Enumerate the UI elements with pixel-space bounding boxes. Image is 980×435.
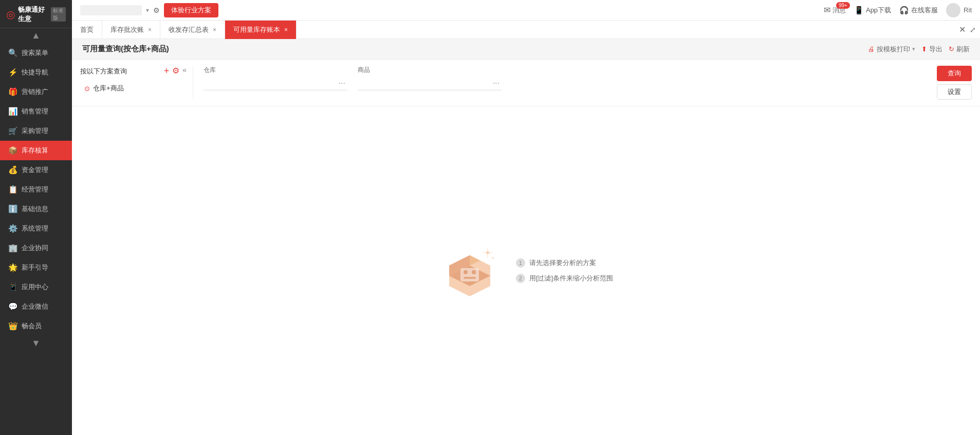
sidebar-item-operations[interactable]: 📋 经营管理: [0, 180, 72, 199]
sidebar-icon-enterprise: 🏢: [8, 243, 17, 253]
sidebar-label-inventory: 库存核算: [22, 146, 48, 155]
tab-close-receive-summary[interactable]: ×: [213, 27, 216, 33]
sidebar-label-newbie: 新手引导: [22, 263, 48, 272]
username: Rit: [964, 6, 972, 14]
tab-close-available-ledger[interactable]: ×: [284, 27, 288, 33]
notification-btn[interactable]: ✉ 消息 99+: [824, 5, 846, 15]
collapse-btn[interactable]: «: [182, 66, 187, 77]
avatar: [946, 3, 960, 17]
svg-point-5: [464, 270, 468, 274]
warehouse-input[interactable]: [204, 80, 337, 87]
tab-inventory-batch[interactable]: 库存批次账×: [102, 21, 160, 39]
empty-state: 1 请先选择要分析的方案 2 用[过滤]条件来缩小分析范围: [72, 106, 980, 435]
scheme-warehouse-goods[interactable]: ⊙ 仓库+商品: [80, 81, 187, 96]
export-icon: ⬆: [921, 45, 927, 53]
title-bar-actions: 🖨 按模板打印 ▾ ⬆ 导出 ↻ 刷新: [868, 45, 970, 54]
tab-receive-summary[interactable]: 收发存汇总表×: [160, 21, 225, 39]
dropdown-icon[interactable]: ▾: [146, 7, 149, 14]
scroll-up-btn[interactable]: ▲: [0, 28, 72, 43]
expand-btn[interactable]: ⤢: [970, 26, 976, 34]
gear-icon[interactable]: ⚙: [153, 6, 160, 14]
tab-available-ledger[interactable]: 可用量库存账本×: [225, 21, 297, 39]
sidebar-item-finance[interactable]: 💰 资金管理: [0, 160, 72, 180]
query-btn[interactable]: 查询: [937, 66, 972, 81]
sidebar-icon-system: ⚙️: [8, 224, 17, 233]
settings-scheme-btn[interactable]: ⚙: [172, 66, 179, 77]
sidebar-icon-inventory: 📦: [8, 146, 17, 155]
sidebar-item-system[interactable]: ⚙️ 系统管理: [0, 219, 72, 238]
sidebar-item-wechat[interactable]: 💬 企业微信: [0, 297, 72, 316]
user-area[interactable]: Rit: [946, 3, 972, 17]
app-icon: 📱: [854, 6, 864, 15]
tab-home[interactable]: 首页: [72, 21, 102, 39]
sidebar-item-purchase[interactable]: 🛒 采购管理: [0, 121, 72, 141]
goods-ellipsis-btn[interactable]: ···: [491, 79, 502, 88]
sidebar-icon-sales: 📊: [8, 107, 17, 116]
sidebar-icon-quick-nav: ⚡: [8, 68, 17, 77]
print-btn[interactable]: 🖨 按模板打印 ▾: [868, 45, 915, 54]
sidebar-label-marketing: 营销推广: [22, 87, 48, 97]
tab-label-receive-summary: 收发存汇总表: [169, 25, 209, 34]
sidebar-icon-base-info: ℹ️: [8, 204, 17, 214]
settings-btn[interactable]: 设置: [937, 84, 972, 100]
sidebar-logo: ◎ 畅康通好生意 标准版: [0, 0, 72, 28]
tab-close-inventory-batch[interactable]: ×: [148, 27, 152, 33]
sidebar-label-vip: 畅会员: [22, 321, 42, 331]
sidebar-item-marketing[interactable]: 🎁 营销推广: [0, 82, 72, 102]
add-scheme-btn[interactable]: +: [164, 66, 170, 77]
empty-text: 1 请先选择要分析的方案 2 用[过滤]条件来缩小分析范围: [516, 258, 613, 283]
logo-icon: ◎: [6, 8, 15, 21]
sidebar-label-base-info: 基础信息: [22, 204, 48, 214]
sidebar-icon-vip: 👑: [8, 321, 17, 331]
sidebar-item-app-center[interactable]: 📱 应用中心: [0, 277, 72, 297]
warehouse-ellipsis-btn[interactable]: ···: [337, 79, 347, 88]
print-dropdown-icon[interactable]: ▾: [912, 46, 915, 52]
hint-num-1: 1: [516, 258, 525, 268]
page-title-bar: 可用量查询(按仓库+商品) 🖨 按模板打印 ▾ ⬆ 导出 ↻ 刷新: [72, 39, 980, 60]
svg-point-6: [472, 270, 476, 274]
sidebar-item-search[interactable]: 🔍 搜索菜单: [0, 43, 72, 63]
hint-item-1: 1 请先选择要分析的方案: [516, 258, 613, 268]
print-icon: 🖨: [868, 45, 875, 53]
scroll-down-btn[interactable]: ▼: [0, 336, 72, 351]
message-icon: ✉: [824, 5, 830, 15]
filter-icons: + ⚙ «: [164, 66, 187, 77]
close-window-btn[interactable]: ✕: [959, 25, 966, 34]
scheme-label: 仓库+商品: [93, 84, 124, 93]
sidebar-item-newbie[interactable]: 🌟 新手引导: [0, 258, 72, 277]
breadcrumb-input[interactable]: [80, 5, 142, 15]
warehouse-label: 仓库: [204, 66, 347, 74]
version-tag: 标准版: [51, 7, 66, 22]
sidebar-item-base-info[interactable]: ℹ️ 基础信息: [0, 199, 72, 219]
goods-input[interactable]: [358, 80, 491, 87]
warehouse-field: 仓库 ···: [204, 66, 347, 90]
service-icon: 🎧: [899, 6, 909, 15]
svg-rect-7: [464, 277, 476, 279]
tabs-bar: 首页库存批次账×收发存汇总表×可用量库存账本× ✕ ⤢: [72, 21, 980, 39]
refresh-btn[interactable]: ↻ 刷新: [949, 45, 970, 54]
svg-rect-4: [460, 268, 479, 281]
tab-label-home: 首页: [80, 25, 94, 34]
sidebar-icon-search: 🔍: [8, 48, 17, 58]
empty-illustration: [439, 240, 501, 301]
page-content: 可用量查询(按仓库+商品) 🖨 按模板打印 ▾ ⬆ 导出 ↻ 刷新: [72, 39, 980, 435]
hint-text-1: 请先选择要分析的方案: [529, 258, 596, 268]
online-service-btn[interactable]: 🎧 在线客服: [899, 6, 938, 15]
sidebar-item-inventory[interactable]: 📦 库存核算: [0, 141, 72, 160]
filter-section-label: 按以下方案查询: [80, 67, 127, 76]
sidebar-icon-newbie: 🌟: [8, 263, 17, 272]
sidebar-item-sales[interactable]: 📊 销售管理: [0, 102, 72, 121]
sidebar-item-vip[interactable]: 👑 畅会员: [0, 316, 72, 336]
tab-actions: ✕ ⤢: [959, 25, 980, 34]
app-download-btn[interactable]: 📱 App下载: [854, 6, 891, 15]
goods-input-wrap: ···: [358, 77, 502, 90]
warehouse-input-wrap: ···: [204, 77, 347, 90]
industry-btn[interactable]: 体验行业方案: [164, 3, 218, 17]
sidebar-items: 🔍 搜索菜单 ⚡ 快捷导航 🎁 营销推广 📊 销售管理 🛒 采购管理 📦 库存核…: [0, 43, 72, 336]
hint-text-2: 用[过滤]条件来缩小分析范围: [529, 274, 613, 283]
export-btn[interactable]: ⬆ 导出: [921, 45, 942, 54]
sidebar-item-enterprise[interactable]: 🏢 企业协同: [0, 238, 72, 258]
sidebar-item-quick-nav[interactable]: ⚡ 快捷导航: [0, 63, 72, 82]
sidebar-icon-wechat: 💬: [8, 302, 17, 311]
sidebar-label-wechat: 企业微信: [22, 302, 48, 311]
